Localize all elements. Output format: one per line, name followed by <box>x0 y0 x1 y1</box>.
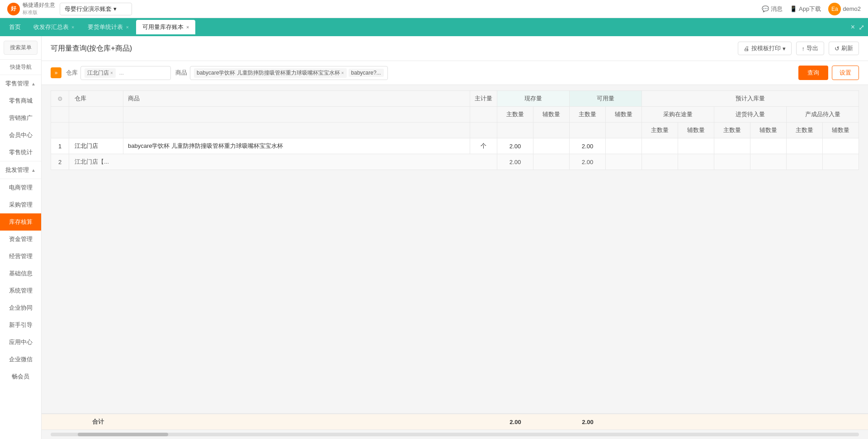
sidebar-enterprise-label: 企业协同 <box>9 304 33 312</box>
tab-expand-btn[interactable]: ⤢ <box>859 23 864 32</box>
product-tag2-text: babycare?... <box>351 70 381 76</box>
product-tag-babycare-close[interactable]: × <box>341 71 344 76</box>
cell-warehouse-1: 江北门店 <box>69 138 123 154</box>
sidebar-item-enterprise[interactable]: 企业协同 <box>0 299 41 316</box>
warehouse-tag-close[interactable]: × <box>110 71 113 76</box>
col-production-main-header: 主数量 <box>787 123 823 138</box>
subtotal-avail-main: 2.00 <box>570 154 606 170</box>
sidebar-finance-label: 资金管理 <box>9 235 33 243</box>
data-table: ⚙ 仓库 商品 主计量 现存量 可用量 预计入库量 主数量 <box>51 90 859 170</box>
sidebar-item-retail-mall[interactable]: 零售商城 <box>0 92 41 109</box>
col-product-sub <box>123 107 470 123</box>
col-warehouse-sub <box>69 107 123 123</box>
sidebar-section-wholesale: 批发管理 ▲ <box>0 161 41 179</box>
col-seq-header <box>51 107 69 123</box>
settings-btn[interactable]: 设置 <box>832 66 859 80</box>
username-label: demo2 <box>843 5 861 12</box>
col-current-aux-sub2 <box>533 123 570 138</box>
col-purchase-aux-header: 辅数量 <box>678 123 714 138</box>
tab-home-label: 首页 <box>9 23 21 31</box>
filter-expand-btn[interactable]: » <box>51 67 61 78</box>
sidebar-item-appcenter[interactable]: 应用中心 <box>0 334 41 351</box>
sidebar-item-finance[interactable]: 资金管理 <box>0 231 41 248</box>
tab-close-all-btn[interactable]: × <box>851 23 855 32</box>
sidebar-item-wechat[interactable]: 企业微信 <box>0 351 41 368</box>
sidebar-item-marketing[interactable]: 营销推广 <box>0 109 41 127</box>
col-current-main-qty-header: 主数量 <box>497 107 533 123</box>
cell-avail-main-1: 2.00 <box>570 138 606 154</box>
query-btn[interactable]: 查询 <box>798 66 828 80</box>
total-bar: 合计 2.00 2.00 <box>42 413 868 430</box>
sidebar-item-system[interactable]: 系统管理 <box>0 282 41 299</box>
sidebar-item-business[interactable]: 经营管理 <box>0 248 41 265</box>
filter-more-dots[interactable]: ... <box>118 70 126 76</box>
sidebar-item-member-center[interactable]: 会员中心 <box>0 127 41 144</box>
col-purchase-onway-group: 采购在途量 <box>642 107 714 123</box>
settings-icon[interactable]: ⚙ <box>57 95 63 102</box>
col-seq-sub2 <box>51 123 69 138</box>
tab-home[interactable]: 首页 <box>4 20 26 34</box>
tab-receive[interactable]: 收发存汇总表 × <box>27 20 80 34</box>
industry-select[interactable]: 母婴行业演示账套 ▾ <box>60 3 132 15</box>
subtotal-production-main <box>787 154 823 170</box>
subtotal-label: 江北门店【... <box>69 154 497 170</box>
table-row-1: 1 江北门店 babycare学饮杯 儿童防摔防撞吸管杯重力球吸嘴杯宝宝水杯 个… <box>51 138 859 154</box>
col-available-aux-qty-header: 辅数量 <box>606 107 642 123</box>
page-actions: 🖨 按模板打印 ▾ ↑ 导出 ↺ 刷新 <box>738 42 859 55</box>
sidebar-item-basic[interactable]: 基础信息 <box>0 265 41 282</box>
sidebar-item-inventory[interactable]: 库存核算 <box>0 213 41 231</box>
tab-bar-right: × ⤢ <box>851 23 864 32</box>
tab-order-close[interactable]: × <box>126 24 128 30</box>
template-print-btn[interactable]: 🖨 按模板打印 ▾ <box>738 42 792 55</box>
page-header: 可用量查询(按仓库+商品) 🖨 按模板打印 ▾ ↑ 导出 ↺ 刷新 <box>42 36 868 61</box>
cell-product-1: babycare学饮杯 儿童防摔防撞吸管杯重力球吸嘴杯宝宝水杯 <box>123 138 470 154</box>
col-avail-aux-sub2 <box>606 123 642 138</box>
sidebar-item-purchase[interactable]: 采购管理 <box>0 196 41 213</box>
search-menu-btn[interactable]: 搜索菜单 <box>4 41 38 55</box>
total-current-main: 2.00 <box>497 419 533 425</box>
sidebar-purchase-label: 采购管理 <box>9 201 33 209</box>
col-avail-main-sub2 <box>570 123 606 138</box>
refresh-icon: ↺ <box>835 45 840 52</box>
col-inbound-aux-header: 辅数量 <box>750 123 787 138</box>
sidebar-item-member[interactable]: 畅会员 <box>0 368 41 385</box>
cell-inbound-main-1 <box>714 138 750 154</box>
scrollbar-thumb[interactable] <box>78 433 168 436</box>
refresh-btn[interactable]: ↺ 刷新 <box>829 42 859 55</box>
col-product-header: 商品 <box>123 91 470 107</box>
warehouse-filter-input[interactable]: 江北门店 × ... <box>80 66 171 80</box>
subtotal-current-main: 2.00 <box>497 154 533 170</box>
tab-receive-close[interactable]: × <box>71 24 74 30</box>
tab-order-label: 要货单统计表 <box>88 23 123 31</box>
print-icon: 🖨 <box>744 45 750 52</box>
sidebar-item-retail-mgmt[interactable]: 零售管理 ▲ <box>0 75 41 92</box>
sidebar-item-guide[interactable]: 新手引导 <box>0 316 41 334</box>
tab-order[interactable]: 要货单统计表 × <box>81 20 135 34</box>
sidebar-guide-label: 新手引导 <box>9 321 33 329</box>
message-btn[interactable]: 💬 消息 <box>762 5 783 13</box>
tab-available[interactable]: 可用量库存账本 × <box>136 20 195 34</box>
user-area[interactable]: Ea demo2 <box>828 3 861 15</box>
table-area: ⚙ 仓库 商品 主计量 现存量 可用量 预计入库量 主数量 <box>42 85 868 413</box>
export-btn[interactable]: ↑ 导出 <box>796 42 825 55</box>
app-download-btn[interactable]: 📱 App下载 <box>790 5 821 13</box>
col-inbound-main-header: 主数量 <box>714 123 750 138</box>
quick-nav-btn[interactable]: 快捷导航 <box>0 60 41 75</box>
horizontal-scrollbar[interactable] <box>51 433 859 436</box>
logo-sub: 标准版 <box>23 9 55 16</box>
app-download-label: App下载 <box>799 5 821 13</box>
product-filter-label: 商品 <box>175 69 187 77</box>
sidebar-ecommerce-label: 电商管理 <box>9 184 33 192</box>
sidebar-item-wholesale[interactable]: 批发管理 ▲ <box>0 161 41 179</box>
chevron-down-icon-wholesale: ▲ <box>31 168 36 173</box>
cell-avail-aux-1 <box>606 138 642 154</box>
logo-area: 好 畅捷通好生意 标准版 <box>7 2 55 16</box>
product-filter-input[interactable]: babycare学饮杯 儿童防摔防撞吸管杯重力球吸嘴杯宝宝水杯 × babyca… <box>190 66 388 80</box>
sidebar-item-retail-stats[interactable]: 零售统计 <box>0 144 41 161</box>
avatar: Ea <box>828 3 841 15</box>
col-unit-header: 主计量 <box>470 91 497 107</box>
tab-available-close[interactable]: × <box>186 24 189 30</box>
sidebar-item-ecommerce[interactable]: 电商管理 <box>0 179 41 196</box>
subtotal-production-aux <box>823 154 859 170</box>
col-production-aux-header: 辅数量 <box>823 123 859 138</box>
